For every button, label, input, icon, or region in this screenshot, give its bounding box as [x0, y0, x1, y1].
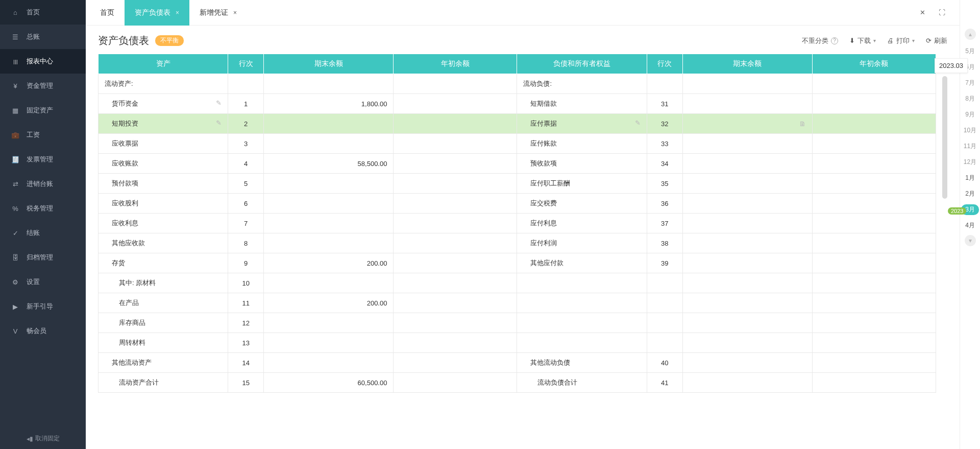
period-month[interactable]: 7月: [963, 78, 977, 88]
asset-begin: [394, 94, 517, 114]
asset-begin: [394, 154, 517, 174]
liab-begin: [812, 373, 936, 393]
sidebar-item-home[interactable]: ⌂首页: [0, 0, 86, 25]
table-container: 资产 行次 期末余额 年初余额 负债和所有者权益 行次 期末余额 年初余额 流动…: [86, 54, 960, 449]
liab-end: [682, 154, 812, 174]
sidebar-item-label: 畅会员: [27, 326, 46, 336]
period-month[interactable]: 11月: [962, 141, 978, 152]
liab-end: 🗎: [682, 114, 812, 134]
noreclass-toggle[interactable]: 不重分类 ?: [802, 36, 838, 45]
period-month[interactable]: 5月: [963, 46, 977, 57]
asset-begin: [394, 333, 517, 353]
edit-icon[interactable]: ✎: [635, 119, 641, 127]
period-current[interactable]: 2023.03: [935, 58, 968, 73]
asset-begin: [394, 313, 517, 333]
period-sidebar: » 2023.03 ▴ 5月6月7月8月9月10月11月12月1月2月3月4月 …: [960, 0, 980, 449]
asset-name: 其他应收款: [99, 233, 228, 253]
sidebar-item-archive[interactable]: 🗄归档管理: [0, 245, 86, 270]
asset-name: 流动资产合计: [99, 373, 228, 393]
sidebar-unpin[interactable]: ◂▮ 取消固定: [0, 428, 86, 449]
edit-icon[interactable]: ✎: [216, 99, 222, 107]
archive-icon: 🗄: [10, 252, 20, 263]
page-title: 资产负债表: [98, 34, 149, 48]
asset-begin: [394, 293, 517, 313]
period-up-button[interactable]: ▴: [965, 29, 976, 40]
asset-line: 7: [228, 214, 264, 233]
sidebar-item-tax[interactable]: %税务管理: [0, 196, 86, 221]
liab-line: 32: [647, 114, 682, 134]
sidebar-item-close-period[interactable]: ✓结账: [0, 221, 86, 245]
asset-end: 200.00: [264, 293, 394, 313]
period-month[interactable]: 1月: [963, 173, 977, 183]
scrollbar[interactable]: [942, 76, 947, 199]
edit-icon[interactable]: ✎: [216, 119, 222, 127]
sidebar-item-asset[interactable]: ▦固定资产: [0, 98, 86, 123]
money-icon: ¥: [10, 81, 20, 91]
print-label: 打印: [896, 36, 910, 45]
document-icon[interactable]: 🗎: [799, 120, 806, 128]
sidebar-item-ledger[interactable]: ☰总账: [0, 25, 86, 49]
period-month[interactable]: 9月: [963, 109, 977, 120]
sidebar-item-gear[interactable]: ⚙设置: [0, 270, 86, 294]
close-icon[interactable]: ×: [176, 9, 179, 16]
table-row[interactable]: 短期投资✎2应付票据✎32🗎: [99, 114, 936, 134]
close-all-tabs-button[interactable]: ✕: [915, 5, 930, 20]
table-row[interactable]: 在产品11200.00: [99, 293, 936, 313]
period-month[interactable]: 8月: [963, 93, 977, 104]
liab-end: [682, 313, 812, 333]
liab-begin: [812, 313, 936, 333]
table-row[interactable]: 应收股利6应交税费36: [99, 194, 936, 214]
refresh-button[interactable]: ⟳ 刷新: [926, 36, 947, 45]
sidebar-item-stock[interactable]: ⇄进销台账: [0, 172, 86, 196]
period-month[interactable]: 10月: [962, 125, 978, 136]
sidebar-item-invoice[interactable]: 🧾发票管理: [0, 147, 86, 172]
table-row[interactable]: 其他流动资产14其他流动负债40: [99, 353, 936, 373]
table-row[interactable]: 库存商品12: [99, 313, 936, 333]
table-row[interactable]: 预付款项5应付职工薪酬35: [99, 174, 936, 194]
liab-name: [517, 273, 647, 293]
close-icon[interactable]: ×: [233, 9, 237, 16]
sidebar-item-money[interactable]: ¥资金管理: [0, 74, 86, 98]
table-row[interactable]: 应收账款458,500.00预收款项34: [99, 154, 936, 174]
period-month[interactable]: 12月: [962, 157, 978, 168]
sidebar-item-salary[interactable]: 💼工资: [0, 123, 86, 147]
table-row[interactable]: 周转材料13: [99, 333, 936, 353]
table-row[interactable]: 应收利息7应付利息37: [99, 214, 936, 233]
sidebar-item-label: 首页: [27, 8, 40, 17]
table-row[interactable]: 应收票据3应付账款33: [99, 134, 936, 154]
sidebar-item-guide[interactable]: ▶新手引导: [0, 294, 86, 319]
liab-name: 其他流动负债: [517, 353, 647, 373]
table-row[interactable]: 存货9200.00其他应付款39: [99, 253, 936, 273]
asset-line: 15: [228, 373, 264, 393]
table-row[interactable]: 货币资金✎11,800.00短期借款31: [99, 94, 936, 114]
tab-新增凭证[interactable]: 新增凭证×: [189, 0, 247, 26]
sidebar-item-chart[interactable]: ⫼报表中心: [0, 49, 86, 74]
table-row[interactable]: 其中: 原材料10: [99, 273, 936, 293]
liab-line: 40: [647, 353, 682, 373]
main: 首页资产负债表×新增凭证× ✕ ⛶ 资产负债表 不平衡 不重分类 ? ⬇ 下载 …: [86, 0, 960, 449]
table-row[interactable]: 流动资产合计1560,500.00流动负债合计41: [99, 373, 936, 393]
liab-begin: [812, 114, 936, 134]
liab-name: 应交税费: [517, 194, 647, 214]
sidebar-item-label: 新手引导: [27, 302, 53, 311]
liab-line: 36: [647, 194, 682, 214]
liab-begin: [812, 134, 936, 154]
table-row[interactable]: 其他应收款8应付利润38: [99, 233, 936, 253]
asset-begin: [394, 353, 517, 373]
asset-name: 预付款项: [99, 174, 228, 194]
period-month[interactable]: 4月: [963, 220, 977, 231]
fullscreen-button[interactable]: ⛶: [934, 5, 949, 20]
sidebar-item-vip[interactable]: V畅会员: [0, 319, 86, 343]
refresh-label: 刷新: [934, 36, 947, 45]
download-button[interactable]: ⬇ 下载 ▾: [849, 36, 876, 45]
liab-end: [682, 273, 812, 293]
period-down-button[interactable]: ▾: [965, 235, 976, 246]
tab-资产负债表[interactable]: 资产负债表×: [125, 0, 189, 26]
tab-首页[interactable]: 首页: [90, 0, 125, 26]
asset-end: [264, 194, 394, 214]
asset-line: 5: [228, 174, 264, 194]
print-button[interactable]: 🖨 打印 ▾: [887, 36, 915, 45]
period-month[interactable]: 2月: [963, 188, 977, 199]
asset-name: 周转材料: [99, 333, 228, 353]
th-liab: 负债和所有者权益: [517, 54, 647, 74]
